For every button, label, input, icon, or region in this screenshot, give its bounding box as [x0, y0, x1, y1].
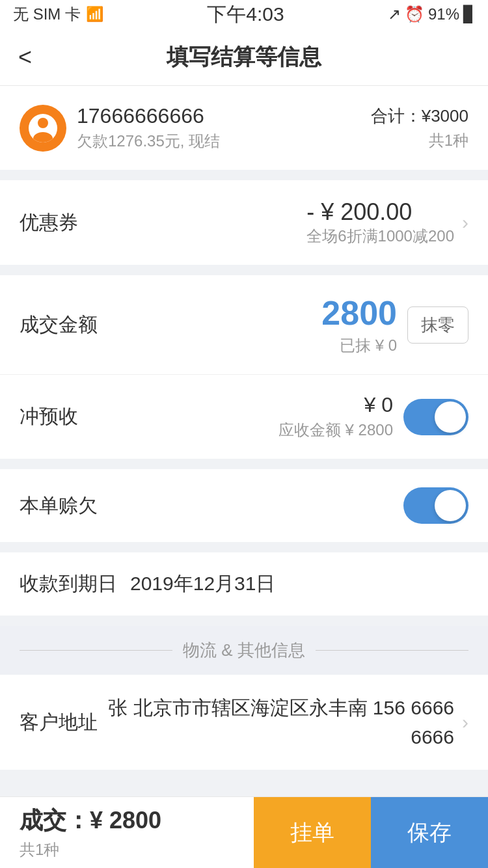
- bottom-deal-label: 成交：: [20, 807, 90, 834]
- prepay-row: 冲预收 ¥ 0 应收金额 ¥ 2800: [0, 375, 488, 459]
- coupon-label: 优惠券: [20, 210, 78, 236]
- logistics-divider: 物流 & 其他信息: [0, 626, 488, 675]
- chevron-right-icon: ›: [462, 211, 468, 234]
- deal-amount-sub: 已抹 ¥ 0: [321, 335, 397, 356]
- address-chevron-icon: ›: [462, 711, 468, 733]
- hold-button[interactable]: 挂单: [254, 797, 371, 869]
- customer-info: 17666666666 欠款1276.35元, 现结: [77, 104, 220, 152]
- battery-icon: ▊: [463, 5, 475, 23]
- total-amount-label: 合计：¥3000: [371, 105, 468, 128]
- debt-label: 本单赊欠: [20, 493, 98, 519]
- due-date-label: 收款到期日: [20, 571, 117, 597]
- alarm-icon: ⏰: [405, 5, 424, 23]
- customer-total: 合计：¥3000 共1种: [371, 105, 468, 151]
- coupon-right: - ¥ 200.00 全场6折满1000减200 ›: [306, 198, 468, 247]
- total-count: 共1种: [371, 130, 468, 151]
- deal-amount-right: 2800 已抹 ¥ 0 抹零: [321, 293, 468, 356]
- battery-text: 91%: [428, 5, 459, 23]
- deal-amount-label: 成交金额: [20, 312, 98, 338]
- debt-section: 本单赊欠: [0, 469, 488, 542]
- prepay-right: ¥ 0 应收金额 ¥ 2800: [278, 393, 468, 441]
- divider-line-left: [20, 650, 172, 651]
- customer-phone: 17666666666: [77, 104, 220, 128]
- divider-line-right: [316, 650, 468, 651]
- address-right: 张 北京市市辖区海淀区永丰南 156 6666 6666 ›: [98, 693, 468, 752]
- address-label: 客户地址: [20, 709, 98, 736]
- nav-bar: < 填写结算等信息: [0, 29, 488, 86]
- bottom-info: 成交：¥ 2800 共1种: [0, 805, 254, 860]
- save-button[interactable]: 保存: [371, 797, 488, 869]
- address-text: 张 北京市市辖区海淀区永丰南 156 6666 6666: [98, 693, 454, 752]
- wipe-zero-button[interactable]: 抹零: [407, 306, 468, 344]
- location-icon: ↗: [388, 5, 401, 23]
- prepay-label: 冲预收: [20, 403, 78, 430]
- prepay-amount: ¥ 0: [364, 393, 393, 417]
- due-date-value: 2019年12月31日: [130, 571, 275, 597]
- deal-amount-value: 2800: [321, 293, 397, 332]
- toggle-knob: [435, 401, 466, 433]
- prepay-sub: 应收金额 ¥ 2800: [278, 420, 393, 441]
- status-left: 无 SIM 卡 📶: [13, 4, 103, 25]
- customer-debt: 欠款1276.35元, 现结: [77, 131, 220, 152]
- customer-card: 17666666666 欠款1276.35元, 现结 合计：¥3000 共1种: [0, 86, 488, 170]
- prepay-toggle[interactable]: [403, 399, 468, 435]
- no-sim-text: 无 SIM 卡: [13, 4, 81, 25]
- status-right: ↗ ⏰ 91% ▊: [388, 5, 475, 23]
- logistics-label: 物流 & 其他信息: [183, 639, 305, 662]
- bottom-deal-amount: ¥ 2800: [90, 807, 161, 834]
- page-title: 填写结算等信息: [167, 42, 321, 72]
- bottom-deal: 成交：¥ 2800: [20, 805, 234, 837]
- status-bar: 无 SIM 卡 📶 下午4:03 ↗ ⏰ 91% ▊: [0, 0, 488, 29]
- address-section[interactable]: 客户地址 张 北京市市辖区海淀区永丰南 156 6666 6666 ›: [0, 675, 488, 770]
- wifi-icon: 📶: [86, 6, 103, 23]
- status-time: 下午4:03: [207, 1, 284, 28]
- debt-toggle-knob: [435, 490, 466, 521]
- coupon-desc: 全场6折满1000减200: [306, 226, 454, 247]
- avatar: [20, 105, 66, 152]
- back-button[interactable]: <: [18, 44, 32, 71]
- content: 17666666666 欠款1276.35元, 现结 合计：¥3000 共1种 …: [0, 86, 488, 848]
- customer-left: 17666666666 欠款1276.35元, 现结: [20, 104, 220, 152]
- due-date-section: 收款到期日 2019年12月31日: [0, 552, 488, 616]
- bottom-bar: 成交：¥ 2800 共1种 挂单 保存: [0, 796, 488, 868]
- coupon-row[interactable]: 优惠券 - ¥ 200.00 全场6折满1000减200 ›: [0, 180, 488, 265]
- deal-section: 成交金额 2800 已抹 ¥ 0 抹零 冲预收 ¥ 0 应收金额 ¥ 2800: [0, 275, 488, 459]
- coupon-discount: - ¥ 200.00: [306, 198, 454, 226]
- bottom-count: 共1种: [20, 839, 234, 860]
- avatar-icon: [29, 114, 57, 142]
- deal-amount-row: 成交金额 2800 已抹 ¥ 0 抹零: [0, 275, 488, 375]
- debt-toggle[interactable]: [403, 487, 468, 524]
